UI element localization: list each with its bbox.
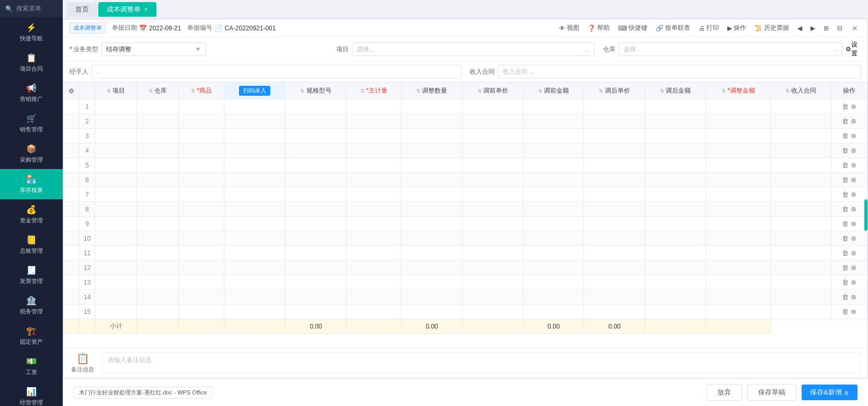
sidebar-item-invoice[interactable]: 🧾发票管理 [0, 260, 63, 290]
copy-icon-9[interactable]: ⊕ [851, 220, 856, 228]
cell-after-amount-3[interactable] [645, 129, 705, 143]
cell-action-10[interactable]: 🗑 ⊕ [831, 231, 867, 246]
cell-warehouse-14[interactable] [137, 290, 179, 304]
cell-adjust-amount-10[interactable] [706, 231, 771, 246]
sidebar-item-marketing[interactable]: 📢营销推广 [0, 78, 63, 108]
cell-unit-9[interactable] [346, 217, 401, 231]
cell-before-price-12[interactable] [462, 261, 523, 275]
cell-income-contract-4[interactable] [770, 143, 831, 158]
delete-icon-10[interactable]: 🗑 [842, 234, 849, 242]
cell-income-contract-8[interactable] [770, 202, 831, 217]
cell-action-7[interactable]: 🗑 ⊕ [831, 187, 867, 202]
cell-action-12[interactable]: 🗑 ⊕ [831, 261, 867, 275]
cell-product-9[interactable] [179, 217, 224, 231]
cell-adjust-qty-7[interactable] [402, 187, 462, 202]
cell-product-1[interactable] [179, 99, 224, 114]
cell-after-amount-14[interactable] [645, 290, 705, 304]
cell-spec-12[interactable] [285, 261, 346, 275]
cell-product-14[interactable] [179, 290, 224, 304]
cell-adjust-amount-7[interactable] [706, 187, 771, 202]
cell-income-contract-3[interactable] [770, 129, 831, 143]
delete-icon-2[interactable]: 🗑 [842, 117, 849, 125]
sidebar-item-inventory[interactable]: 🏪库存核算 [0, 169, 63, 199]
cell-action-6[interactable]: 🗑 ⊕ [831, 173, 867, 187]
cell-action-2[interactable]: 🗑 ⊕ [831, 114, 867, 129]
cell-before-amount-7[interactable] [523, 187, 584, 202]
sidebar-item-quick-nav[interactable]: ⚡快捷导航 [0, 17, 63, 48]
cell-before-price-10[interactable] [462, 231, 523, 246]
cell-project-6[interactable] [95, 173, 137, 187]
cell-adjust-amount-6[interactable] [706, 173, 771, 187]
cell-before-amount-6[interactable] [523, 173, 584, 187]
cell-warehouse-8[interactable] [137, 202, 179, 217]
cell-before-price-8[interactable] [462, 202, 523, 217]
copy-icon-4[interactable]: ⊕ [851, 146, 856, 154]
cell-action-5[interactable]: 🗑 ⊕ [831, 158, 867, 173]
cell-after-price-10[interactable] [584, 231, 645, 246]
cell-product-12[interactable] [179, 261, 224, 275]
cell-adjust-qty-2[interactable] [402, 114, 462, 129]
cell-after-amount-11[interactable] [645, 246, 705, 261]
th-after-price[interactable]: ⇅ 调后单价 [584, 83, 645, 99]
cell-adjust-qty-12[interactable] [402, 261, 462, 275]
cell-scan-13[interactable] [224, 275, 285, 290]
cell-spec-4[interactable] [285, 143, 346, 158]
scan-btn[interactable]: 扫码录入 [239, 86, 270, 96]
cell-after-price-11[interactable] [584, 246, 645, 261]
cell-before-amount-8[interactable] [523, 202, 584, 217]
cell-product-4[interactable] [179, 143, 224, 158]
cell-warehouse-6[interactable] [137, 173, 179, 187]
copy-icon-14[interactable]: ⊕ [851, 293, 856, 301]
cell-project-15[interactable] [95, 304, 137, 319]
sidebar-item-ops[interactable]: 📊经营管理 [0, 381, 63, 406]
cell-income-contract-2[interactable] [770, 114, 831, 129]
cell-adjust-amount-4[interactable] [706, 143, 771, 158]
cell-unit-13[interactable] [346, 275, 401, 290]
cell-after-amount-10[interactable] [645, 231, 705, 246]
delete-icon-15[interactable]: 🗑 [842, 308, 849, 315]
cell-adjust-amount-9[interactable] [706, 217, 771, 231]
cell-adjust-amount-8[interactable] [706, 202, 771, 217]
cell-before-amount-2[interactable] [523, 114, 584, 129]
cell-spec-9[interactable] [285, 217, 346, 231]
cell-income-contract-5[interactable] [770, 158, 831, 173]
cell-after-amount-13[interactable] [645, 275, 705, 290]
cell-product-15[interactable] [179, 304, 224, 319]
th-project[interactable]: ⇅ 项目 [95, 83, 137, 99]
cell-before-amount-5[interactable] [523, 158, 584, 173]
cell-after-amount-5[interactable] [645, 158, 705, 173]
cell-after-price-15[interactable] [584, 304, 645, 319]
cell-after-price-6[interactable] [584, 173, 645, 187]
copy-icon-11[interactable]: ⊕ [851, 249, 856, 257]
delete-icon-6[interactable]: 🗑 [842, 176, 849, 184]
delete-icon-1[interactable]: 🗑 [842, 103, 849, 110]
th-before-amount[interactable]: ⇅ 调前金额 [523, 83, 584, 99]
cell-product-11[interactable] [179, 246, 224, 261]
tab-home[interactable]: 首页 [67, 2, 97, 17]
cell-scan-8[interactable] [224, 202, 285, 217]
view-mode-btn[interactable]: ⊞ [821, 24, 831, 33]
cell-adjust-amount-2[interactable] [706, 114, 771, 129]
sidebar-item-purchase[interactable]: 📦采购管理 [0, 139, 63, 169]
sidebar-item-project-contract[interactable]: 📋项目合同 [0, 48, 63, 78]
cell-warehouse-7[interactable] [137, 187, 179, 202]
cell-spec-1[interactable] [285, 99, 346, 114]
cell-action-4[interactable]: 🗑 ⊕ [831, 143, 867, 158]
cell-adjust-qty-15[interactable] [402, 304, 462, 319]
cell-product-3[interactable] [179, 129, 224, 143]
warehouse-input[interactable]: 选择... ... [619, 42, 842, 56]
cell-unit-5[interactable] [346, 158, 401, 173]
cell-adjust-qty-6[interactable] [402, 173, 462, 187]
cell-adjust-qty-3[interactable] [402, 129, 462, 143]
cell-project-9[interactable] [95, 217, 137, 231]
cell-before-price-4[interactable] [462, 143, 523, 158]
cell-after-amount-7[interactable] [645, 187, 705, 202]
cell-warehouse-3[interactable] [137, 129, 179, 143]
cell-spec-15[interactable] [285, 304, 346, 319]
cell-before-price-9[interactable] [462, 217, 523, 231]
help-action-btn[interactable]: ❓ 帮助 [586, 22, 612, 33]
delete-icon-7[interactable]: 🗑 [842, 190, 849, 198]
cell-unit-15[interactable] [346, 304, 401, 319]
sidebar-item-sales[interactable]: 🛒销售管理 [0, 108, 63, 139]
cell-adjust-amount-12[interactable] [706, 261, 771, 275]
